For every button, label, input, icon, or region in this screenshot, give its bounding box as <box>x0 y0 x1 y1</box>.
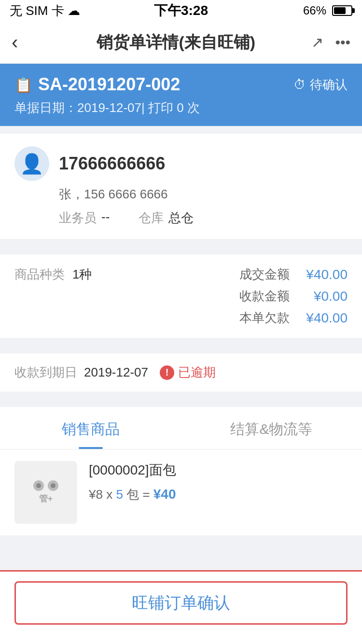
order-date: 单据日期：2019-12-07| 打印 0 次 <box>14 99 348 116</box>
product-section: 管+ [0000002]面包 ¥8 x 5 包 = ¥40 <box>0 449 362 535</box>
tab-settlement[interactable]: 结算&物流等 <box>181 407 362 449</box>
summary-card: 商品种类 1种 成交金额 ¥40.00 收款金额 ¥0.00 本单欠款 ¥40.… <box>0 254 362 338</box>
price-qty: 5 <box>116 487 123 502</box>
status-right: 66% <box>303 4 352 17</box>
nav-actions: ↗ ••• <box>311 34 350 51</box>
kind-label: 商品种类 <box>14 266 65 283</box>
share-icon[interactable]: ↗ <box>311 34 323 51</box>
divider-1 <box>0 126 362 134</box>
page-title: 销货单详情(来自旺铺) <box>41 31 311 54</box>
price-equals: = <box>142 487 153 502</box>
amount-label-1: 收款金额 <box>239 288 290 305</box>
confirm-btn-container: 旺铺订单确认 <box>0 570 362 644</box>
product-name: [0000002]面包 <box>89 461 348 479</box>
price-separator: x <box>106 487 116 502</box>
battery-percent: 66% <box>303 4 326 17</box>
clock-icon: ⏱ <box>293 77 306 92</box>
customer-phone: 17666666666 <box>59 154 165 174</box>
product-item: 管+ [0000002]面包 ¥8 x 5 包 = ¥40 <box>14 461 348 524</box>
warehouse-value: 总仓 <box>168 210 194 226</box>
due-date: 2019-12-07 <box>84 365 148 380</box>
product-price-row: ¥8 x 5 包 = ¥40 <box>89 486 348 503</box>
amount-label-0: 成交金额 <box>239 266 290 283</box>
amounts: 成交金额 ¥40.00 收款金额 ¥0.00 本单欠款 ¥40.00 <box>239 266 348 326</box>
overdue-badge: ! 已逾期 <box>160 364 216 381</box>
owl-left-eye <box>33 480 44 491</box>
due-label: 收款到期日 <box>14 364 77 381</box>
product-thumbnail: 管+ <box>14 461 77 524</box>
amount-label-2: 本单欠款 <box>239 309 290 326</box>
amount-value-0: ¥40.00 <box>299 267 348 282</box>
more-icon[interactable]: ••• <box>335 34 350 51</box>
user-icon: 👤 <box>20 153 44 175</box>
status-bar: 无 SIM 卡 ☁ 下午3:28 66% <box>0 0 362 21</box>
due-date-card: 收款到期日 2019-12-07 ! 已逾期 <box>0 353 362 392</box>
amount-value-1: ¥0.00 <box>299 289 348 304</box>
avatar: 👤 <box>14 146 49 181</box>
kind-value: 1种 <box>72 266 92 283</box>
product-info: [0000002]面包 ¥8 x 5 包 = ¥40 <box>89 461 348 503</box>
order-status: ⏱ 待确认 <box>293 76 348 93</box>
confirm-order-button[interactable]: 旺铺订单确认 <box>14 581 348 625</box>
amount-value-2: ¥40.00 <box>299 310 348 326</box>
tab-sales-products[interactable]: 销售商品 <box>0 407 181 449</box>
divider-2 <box>0 247 362 254</box>
price-unit-label: 包 <box>126 487 139 502</box>
status-time: 下午3:28 <box>154 1 208 20</box>
divider-4 <box>0 399 362 407</box>
overdue-icon: ! <box>160 365 174 380</box>
order-icon: 📋 <box>14 76 32 93</box>
customer-meta: 业务员 -- 仓库 总仓 <box>59 210 348 226</box>
order-id: 📋 SA-20191207-002 <box>14 74 180 95</box>
tabs: 销售商品 结算&物流等 <box>0 407 362 449</box>
order-header: 📋 SA-20191207-002 ⏱ 待确认 单据日期：2019-12-07|… <box>0 64 362 126</box>
divider-3 <box>0 346 362 353</box>
product-image: 管+ <box>33 480 58 504</box>
status-signal: 无 SIM 卡 ☁ <box>10 2 80 19</box>
customer-name: 张，156 6666 6666 <box>59 186 348 203</box>
nav-bar: ‹ 销货单详情(来自旺铺) ↗ ••• <box>0 21 362 64</box>
owl-text: 管+ <box>39 493 53 504</box>
battery-icon <box>332 5 352 16</box>
price-total: ¥40 <box>153 487 176 502</box>
customer-card: 👤 17666666666 张，156 6666 6666 业务员 -- 仓库 … <box>0 134 362 239</box>
sales-label: 业务员 <box>59 210 97 226</box>
owl-right-eye <box>48 480 58 491</box>
price-unit: ¥8 <box>89 487 103 502</box>
sales-value: -- <box>101 210 110 226</box>
tabs-container: 销售商品 结算&物流等 <box>0 407 362 449</box>
overdue-text: 已逾期 <box>178 364 216 381</box>
warehouse-label: 仓库 <box>139 210 164 226</box>
back-button[interactable]: ‹ <box>12 31 41 53</box>
